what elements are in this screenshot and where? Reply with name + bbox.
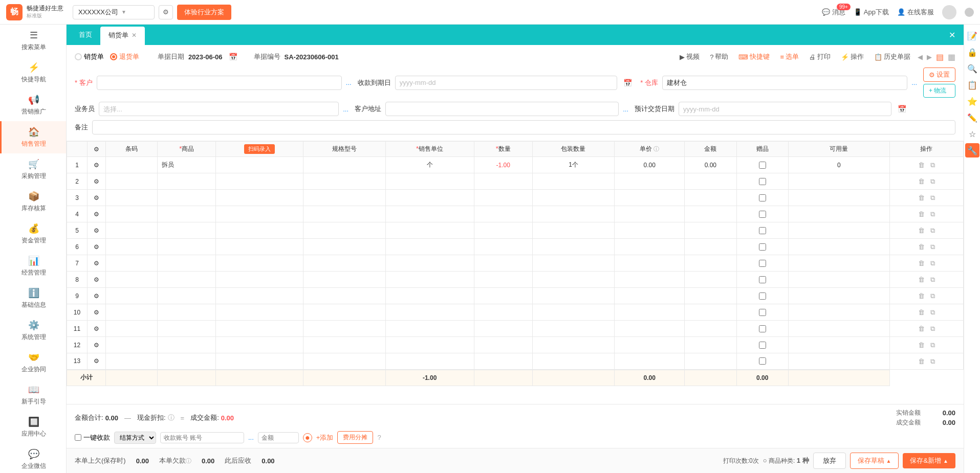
sidebar-item-enterprise[interactable]: 🤝 企业协同 xyxy=(0,347,66,379)
avatar[interactable] xyxy=(942,5,956,19)
row-qty[interactable] xyxy=(474,206,532,222)
note-input[interactable] xyxy=(92,120,955,134)
row-unit[interactable] xyxy=(385,353,474,370)
row-spec[interactable] xyxy=(303,304,385,321)
row-delete-icon[interactable]: 🗑 xyxy=(918,194,925,201)
row-amount[interactable] xyxy=(685,206,736,222)
row-product[interactable] xyxy=(158,337,216,353)
row-product[interactable] xyxy=(158,321,216,337)
row-gift[interactable] xyxy=(736,190,788,206)
row-product[interactable] xyxy=(158,304,216,321)
sidebar-item-marketing[interactable]: 📢 营销推广 xyxy=(0,89,66,121)
row-copy-icon[interactable]: ⧉ xyxy=(930,243,935,251)
right-panel-search[interactable]: 🔍 xyxy=(965,61,979,76)
row-qty[interactable] xyxy=(474,272,532,288)
row-product[interactable] xyxy=(158,190,216,206)
row-gear[interactable]: ⚙ xyxy=(88,239,106,255)
row-spec[interactable] xyxy=(303,173,385,190)
save-draft-button[interactable]: 保存草稿 ▲ xyxy=(850,453,899,469)
row-pkg-qty[interactable] xyxy=(532,222,615,239)
row-pkg-qty[interactable] xyxy=(532,288,615,304)
salesperson-input[interactable] xyxy=(99,102,339,116)
logistics-button[interactable]: + 物流 xyxy=(923,84,955,98)
row-qty[interactable]: -1.00 xyxy=(474,157,532,173)
row-amount[interactable] xyxy=(685,190,736,206)
tab-close-icon[interactable]: ✕ xyxy=(132,32,137,39)
row-price[interactable] xyxy=(615,206,685,222)
sidebar-item-wechat[interactable]: 💬 企业微信 xyxy=(0,443,66,473)
row-unit[interactable] xyxy=(385,206,474,222)
th-gear[interactable]: ⚙ xyxy=(88,142,106,157)
row-gift[interactable] xyxy=(736,206,788,222)
shortcut-btn[interactable]: ⌨ 快捷键 xyxy=(735,51,773,62)
row-unit[interactable] xyxy=(385,222,474,239)
message-button[interactable]: 💬 消息 99+ xyxy=(822,8,845,17)
row-unit[interactable] xyxy=(385,173,474,190)
row-spec[interactable] xyxy=(303,321,385,337)
addr-dots[interactable]: ... xyxy=(623,105,628,113)
row-copy-icon[interactable]: ⧉ xyxy=(930,276,935,283)
row-delete-icon[interactable]: 🗑 xyxy=(918,177,925,185)
radio-sale[interactable]: 销货单 xyxy=(75,52,104,61)
next-record-icon[interactable]: ▶ xyxy=(927,53,932,61)
row-spec[interactable] xyxy=(303,272,385,288)
row-delete-icon[interactable]: 🗑 xyxy=(918,161,925,169)
right-panel-note[interactable]: 📝 xyxy=(965,29,979,43)
history-btn[interactable]: 📋 历史单据 xyxy=(871,51,913,62)
row-amount[interactable] xyxy=(685,173,736,190)
row-delete-icon[interactable]: 🗑 xyxy=(918,276,925,283)
row-barcode[interactable] xyxy=(106,206,158,222)
warehouse-input[interactable] xyxy=(662,76,907,90)
sidebar-item-guide[interactable]: 📖 新手引导 xyxy=(0,379,66,411)
row-copy-icon[interactable]: ⧉ xyxy=(930,325,935,332)
sidebar-item-basics[interactable]: ℹ️ 基础信息 xyxy=(0,282,66,314)
row-qty[interactable] xyxy=(474,304,532,321)
row-price[interactable] xyxy=(615,255,685,272)
row-unit[interactable] xyxy=(385,321,474,337)
row-gear[interactable]: ⚙ xyxy=(88,304,106,321)
row-amount[interactable] xyxy=(685,321,736,337)
row-qty[interactable] xyxy=(474,173,532,190)
row-spec[interactable] xyxy=(303,157,385,173)
print-btn[interactable]: 🖨 打印 xyxy=(806,51,834,62)
row-spec[interactable] xyxy=(303,337,385,353)
expense-help-icon[interactable]: ? xyxy=(377,434,381,441)
row-spec[interactable] xyxy=(303,206,385,222)
row-copy-icon[interactable]: ⧉ xyxy=(930,227,935,234)
row-barcode[interactable] xyxy=(106,353,158,370)
table-view-icon[interactable]: ▦ xyxy=(948,52,955,62)
row-amount[interactable] xyxy=(685,222,736,239)
row-price[interactable] xyxy=(615,272,685,288)
row-copy-icon[interactable]: ⧉ xyxy=(930,292,935,300)
row-barcode[interactable] xyxy=(106,222,158,239)
payment-dots[interactable]: ... xyxy=(248,434,254,441)
row-delete-icon[interactable]: 🗑 xyxy=(918,243,925,251)
row-gear[interactable]: ⚙ xyxy=(88,255,106,272)
row-copy-icon[interactable]: ⧉ xyxy=(930,341,935,349)
row-gift[interactable] xyxy=(736,304,788,321)
row-delete-icon[interactable]: 🗑 xyxy=(918,341,925,349)
row-price[interactable] xyxy=(615,337,685,353)
sidebar-item-system[interactable]: ⚙️ 系统管理 xyxy=(0,314,66,347)
row-qty[interactable] xyxy=(474,239,532,255)
row-barcode[interactable] xyxy=(106,190,158,206)
row-amount[interactable]: 0.00 xyxy=(685,157,736,173)
row-pkg-qty[interactable] xyxy=(532,321,615,337)
row-gear[interactable]: ⚙ xyxy=(88,337,106,353)
sidebar-item-quick-nav[interactable]: ⚡ 快捷导航 xyxy=(0,57,66,89)
row-amount[interactable] xyxy=(685,337,736,353)
sidebar-item-search[interactable]: ☰ 搜索菜单 xyxy=(0,25,66,57)
row-amount[interactable] xyxy=(685,304,736,321)
row-qty[interactable] xyxy=(474,222,532,239)
row-gear[interactable]: ⚙ xyxy=(88,272,106,288)
row-unit[interactable] xyxy=(385,190,474,206)
expected-date-input[interactable] xyxy=(679,102,891,116)
row-delete-icon[interactable]: 🗑 xyxy=(918,325,925,332)
row-gift[interactable] xyxy=(736,157,788,173)
row-qty[interactable] xyxy=(474,190,532,206)
row-gear[interactable]: ⚙ xyxy=(88,222,106,239)
row-price[interactable] xyxy=(615,190,685,206)
row-pkg-qty[interactable] xyxy=(532,239,615,255)
row-spec[interactable] xyxy=(303,353,385,370)
row-unit[interactable] xyxy=(385,255,474,272)
